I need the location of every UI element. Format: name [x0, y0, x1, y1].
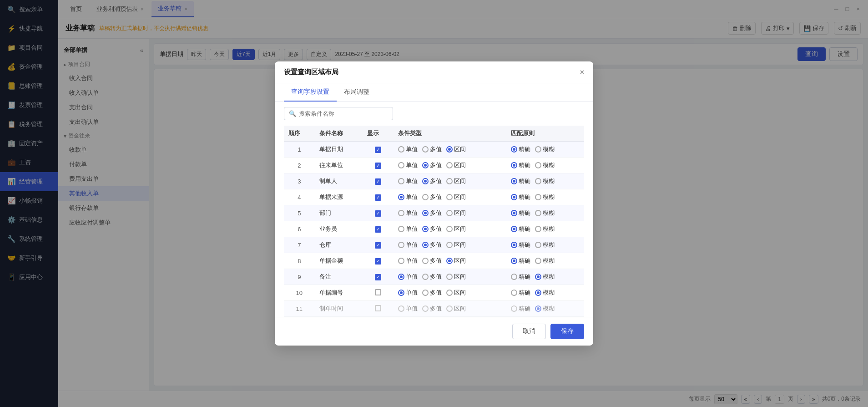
type-radio-type_single[interactable]: 单值 — [398, 225, 418, 233]
type-radio-type_single[interactable]: 单值 — [398, 257, 418, 265]
type-radio-type_multi[interactable]: 多值 — [422, 273, 442, 281]
match-radio-match_fuzzy[interactable]: 模糊 — [535, 177, 555, 185]
type-radio-type_range[interactable]: 区间 — [446, 145, 466, 153]
match-radio-match_exact[interactable]: 精确 — [511, 289, 530, 297]
show-checkbox[interactable]: ✓ — [375, 242, 381, 249]
show-checkbox[interactable]: ✓ — [375, 210, 381, 217]
cell-show[interactable] — [363, 301, 394, 317]
cell-show[interactable]: ✓ — [363, 237, 394, 253]
match-radio-match_exact[interactable]: 精确 — [511, 209, 530, 217]
cell-seq: 2 — [284, 158, 315, 173]
cell-show[interactable]: ✓ — [363, 142, 394, 158]
type-radio-type_single[interactable]: 单值 — [398, 161, 418, 169]
cell-show[interactable]: ✓ — [363, 189, 394, 205]
cell-type: 单值多值区间 — [394, 158, 506, 173]
match-radio-match_exact[interactable]: 精确 — [511, 225, 530, 233]
type-radio-type_range[interactable]: 区间 — [446, 257, 466, 265]
show-checkbox[interactable] — [375, 305, 381, 311]
match-radio-match_fuzzy[interactable]: 模糊 — [535, 209, 555, 217]
cancel-button[interactable]: 取消 — [512, 324, 546, 339]
col-name: 条件名称 — [315, 126, 363, 142]
cell-match: 精确模糊 — [506, 158, 584, 173]
show-checkbox[interactable]: ✓ — [375, 274, 381, 280]
cell-type: 单值多值区间 — [394, 301, 506, 317]
cell-show[interactable]: ✓ — [363, 173, 394, 189]
match-radio-match_exact[interactable]: 精确 — [511, 145, 530, 153]
type-radio-type_multi[interactable]: 多值 — [422, 193, 442, 201]
show-checkbox[interactable]: ✓ — [375, 226, 381, 233]
match-radio-match_exact[interactable]: 精确 — [511, 257, 530, 265]
cell-match: 精确模糊 — [506, 173, 584, 189]
cell-show[interactable]: ✓ — [363, 205, 394, 221]
type-radio-type_range[interactable]: 区间 — [446, 177, 466, 185]
dialog-header: 设置查询区域布局 × — [275, 61, 593, 83]
cell-show[interactable] — [363, 285, 394, 301]
type-radio-type_single[interactable]: 单值 — [398, 177, 418, 185]
type-radio-type_range[interactable]: 区间 — [446, 289, 466, 297]
type-radio-type_single[interactable]: 单值 — [398, 289, 418, 297]
show-checkbox[interactable]: ✓ — [375, 147, 381, 153]
show-checkbox[interactable]: ✓ — [375, 178, 381, 185]
search-input[interactable] — [299, 110, 388, 117]
type-radio-type_range[interactable]: 区间 — [446, 161, 466, 169]
type-radio-type_single[interactable]: 单值 — [398, 193, 418, 201]
cell-show[interactable]: ✓ — [363, 253, 394, 269]
type-radio-type_multi[interactable]: 多值 — [422, 177, 442, 185]
table-row: 7仓库✓单值多值区间精确模糊 — [284, 237, 584, 253]
table-row: 10单据编号单值多值区间精确模糊 — [284, 285, 584, 301]
show-checkbox[interactable]: ✓ — [375, 163, 381, 169]
type-radio-type_single[interactable]: 单值 — [398, 273, 418, 281]
type-radio-type_multi[interactable]: 多值 — [422, 161, 442, 169]
type-radio-type_multi[interactable]: 多值 — [422, 241, 442, 249]
match-radio-match_exact[interactable]: 精确 — [511, 273, 530, 281]
cell-seq: 11 — [284, 301, 315, 317]
dialog-close-button[interactable]: × — [580, 68, 584, 76]
cell-match: 精确模糊 — [506, 221, 584, 237]
match-radio-match_exact[interactable]: 精确 — [511, 241, 530, 249]
type-radio-type_multi[interactable]: 多值 — [422, 289, 442, 297]
type-radio-type_multi[interactable]: 多值 — [422, 209, 442, 217]
cell-show[interactable]: ✓ — [363, 221, 394, 237]
match-radio-match_exact[interactable]: 精确 — [511, 193, 530, 201]
type-radio-type_single[interactable]: 单值 — [398, 145, 418, 153]
match-radio-match_fuzzy[interactable]: 模糊 — [535, 225, 555, 233]
match-radio-match_exact[interactable]: 精确 — [511, 161, 530, 169]
match-radio-match_fuzzy[interactable]: 模糊 — [535, 193, 555, 201]
dialog-save-button[interactable]: 保存 — [550, 324, 584, 339]
match-radio-match_fuzzy[interactable]: 模糊 — [535, 241, 555, 249]
type-radio-type_range[interactable]: 区间 — [446, 225, 466, 233]
type-radio-type_multi[interactable]: 多值 — [422, 145, 442, 153]
cell-name: 单据金额 — [315, 253, 363, 269]
type-radio-type_single[interactable]: 单值 — [398, 241, 418, 249]
tab-layout[interactable]: 布局调整 — [337, 83, 377, 102]
show-checkbox[interactable] — [375, 289, 381, 295]
type-radio-type_range[interactable]: 区间 — [446, 209, 466, 217]
type-radio-type_multi[interactable]: 多值 — [422, 225, 442, 233]
cell-type: 单值多值区间 — [394, 221, 506, 237]
dialog-footer: 取消 保存 — [275, 317, 593, 346]
show-checkbox[interactable]: ✓ — [375, 258, 381, 265]
type-radio-type_range[interactable]: 区间 — [446, 273, 466, 281]
show-checkbox[interactable]: ✓ — [375, 194, 381, 201]
cell-name: 单据来源 — [315, 189, 363, 205]
type-radio-type_multi[interactable]: 多值 — [422, 257, 442, 265]
cell-type: 单值多值区间 — [394, 237, 506, 253]
match-radio-match_fuzzy[interactable]: 模糊 — [535, 273, 555, 281]
cell-name: 业务员 — [315, 221, 363, 237]
type-radio-type_range[interactable]: 区间 — [446, 193, 466, 201]
cell-seq: 3 — [284, 173, 315, 189]
type-radio-type_range[interactable]: 区间 — [446, 241, 466, 249]
cell-seq: 9 — [284, 269, 315, 285]
cell-name: 仓库 — [315, 237, 363, 253]
match-radio-match_fuzzy[interactable]: 模糊 — [535, 145, 555, 153]
tab-query-fields[interactable]: 查询字段设置 — [284, 83, 337, 102]
match-radio-match_fuzzy[interactable]: 模糊 — [535, 289, 555, 297]
type-radio-type_single[interactable]: 单值 — [398, 209, 418, 217]
match-radio-match_fuzzy[interactable]: 模糊 — [535, 161, 555, 169]
match-radio-match_fuzzy[interactable]: 模糊 — [535, 257, 555, 265]
cell-show[interactable]: ✓ — [363, 158, 394, 173]
cell-match: 精确模糊 — [506, 142, 584, 158]
match-radio-match_exact[interactable]: 精确 — [511, 177, 530, 185]
dialog-search-area: 🔍 — [275, 102, 593, 126]
cell-show[interactable]: ✓ — [363, 269, 394, 285]
